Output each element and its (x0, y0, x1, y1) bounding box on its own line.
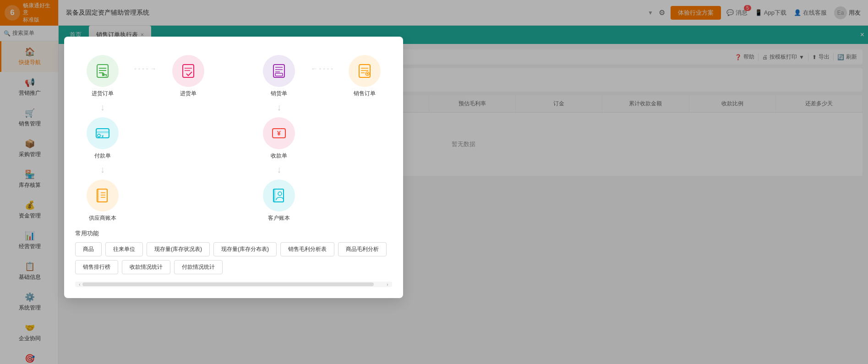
supplier-ledger-circle (87, 179, 119, 212)
h-arrow-2: ← - - - - (311, 65, 333, 72)
flow-item-sales-order[interactable]: 销售订单 (342, 55, 388, 98)
func-btn-5[interactable]: 商品毛利分析 (338, 242, 387, 256)
sales-bill-col: 销货单 ↓ ¥ 收款单 ↓ 客户账本 (256, 55, 302, 222)
flow-item-payment[interactable]: ¥ 付款单 (80, 117, 126, 160)
scroll-right-btn[interactable]: › (385, 282, 390, 287)
func-btn-4[interactable]: 销售毛利分析表 (280, 242, 334, 256)
func-btn-3[interactable]: 现存量(库存分布表) (213, 242, 277, 256)
func-btn-7[interactable]: 收款情况统计 (122, 260, 170, 274)
customer-ledger-circle (263, 179, 295, 212)
flow-item-sales-bill[interactable]: 销货单 (256, 55, 302, 98)
purchase-bill-circle (172, 55, 204, 87)
arrow-down-1: ↓ (100, 102, 105, 113)
svg-rect-22 (275, 73, 283, 76)
purchase-order-label: 进货订单 (92, 90, 114, 98)
flow-diagram: 进货订单 ↓ ¥ 付款单 ↓ 供应商账本 (75, 48, 392, 226)
scrollbar-thumb (82, 283, 374, 286)
svg-rect-11 (97, 189, 99, 202)
sales-order-label: 销售订单 (354, 90, 376, 98)
func-btn-2[interactable]: 现存量(库存状况表) (147, 242, 210, 256)
h-arrow-1: - - - - → (134, 65, 156, 72)
sales-order-col: 销售订单 (342, 55, 388, 98)
function-grid: 商品 往来单位 现存量(库存状况表) 现存量(库存分布表) 销售毛利分析表 商品… (75, 242, 392, 256)
svg-point-8 (98, 134, 100, 137)
payment-circle: ¥ (87, 117, 119, 149)
svg-text:¥: ¥ (277, 130, 281, 137)
receipt-label: 收款单 (271, 152, 287, 160)
payment-label: 付款单 (94, 152, 111, 160)
supplier-ledger-label: 供应商账本 (89, 214, 116, 222)
arrow-down-4: ↓ (277, 164, 281, 175)
arrow-down-3: ↓ (100, 164, 105, 175)
common-functions-section: 常用功能 商品 往来单位 现存量(库存状况表) 现存量(库存分布表) 销售毛利分… (75, 229, 392, 274)
func-btn-0[interactable]: 商品 (75, 242, 102, 256)
sales-bill-circle (263, 55, 295, 87)
func-btn-1[interactable]: 往来单位 (105, 242, 143, 256)
flow-item-purchase-order[interactable]: 进货订单 (80, 55, 126, 98)
svg-rect-26 (273, 189, 275, 202)
function-grid-row2: 销售排行榜 收款情况统计 付款情况统计 (75, 260, 392, 274)
receipt-circle: ¥ (263, 117, 295, 149)
func-btn-8[interactable]: 付款情况统计 (174, 260, 223, 274)
scroll-left-btn[interactable]: ‹ (77, 282, 82, 287)
purchase-bill-col: 进货单 (165, 55, 211, 98)
sales-order-circle (349, 55, 381, 87)
purchase-order-circle (87, 55, 119, 87)
customer-ledger-label: 客户账本 (268, 214, 290, 222)
svg-text:¥: ¥ (101, 134, 104, 138)
sales-bill-label: 销货单 (271, 90, 287, 98)
flow-item-supplier-ledger[interactable]: 供应商账本 (80, 179, 126, 222)
flow-item-receipt[interactable]: ¥ 收款单 (256, 117, 302, 160)
flow-item-purchase-bill[interactable]: 进货单 (165, 55, 211, 98)
popup-scrollbar[interactable]: › ‹ (75, 282, 392, 287)
modal-overlay[interactable]: 进货订单 ↓ ¥ 付款单 ↓ 供应商账本 (0, 0, 868, 364)
func-btn-6[interactable]: 销售排行榜 (75, 260, 118, 274)
common-title: 常用功能 (75, 229, 392, 238)
arrow-down-2: ↓ (277, 102, 281, 113)
svg-point-27 (278, 192, 282, 196)
purchase-flow-col: 进货订单 ↓ ¥ 付款单 ↓ 供应商账本 (80, 55, 126, 222)
svg-rect-7 (96, 131, 109, 133)
flow-popup: 进货订单 ↓ ¥ 付款单 ↓ 供应商账本 (64, 37, 403, 298)
flow-item-customer-ledger[interactable]: 客户账本 (256, 179, 302, 222)
purchase-bill-label: 进货单 (180, 90, 197, 98)
